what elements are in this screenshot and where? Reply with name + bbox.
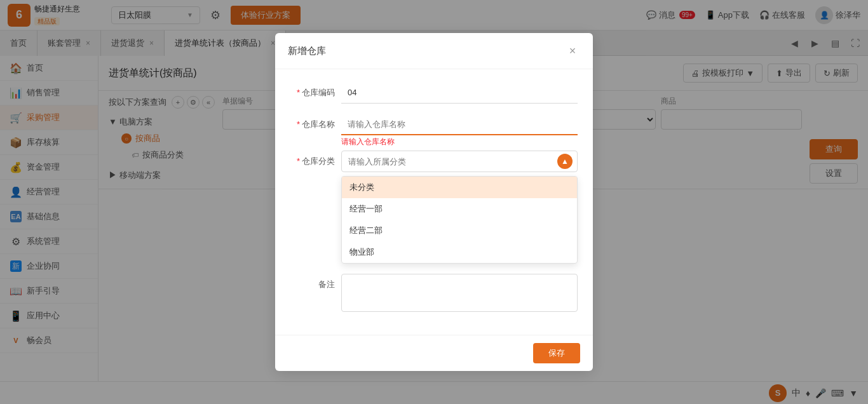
dropdown-item-property[interactable]: 物业部: [342, 241, 577, 263]
name-label: 仓库名称: [290, 114, 341, 130]
form-row-code: 仓库编码: [290, 82, 578, 104]
modal-header: 新增仓库 ×: [275, 33, 593, 69]
form-row-category: 仓库分类 ▲ 未分类 经营一部 经营二部: [290, 151, 578, 172]
dropdown-item-uncategorized[interactable]: 未分类: [342, 177, 577, 198]
modal-close-button[interactable]: ×: [565, 43, 580, 58]
modal-body: 仓库编码 仓库名称 请输入仓库名称 仓库分类 ▲: [275, 69, 593, 335]
name-input[interactable]: [341, 114, 578, 135]
new-warehouse-modal: 新增仓库 × 仓库编码 仓库名称 请输入仓库名称 仓库分类: [275, 33, 593, 371]
name-input-wrapper: 请输入仓库名称: [341, 114, 578, 135]
dropdown-item-ops2[interactable]: 经营二部: [342, 220, 577, 241]
modal-title: 新增仓库: [288, 45, 326, 57]
category-dropdown-list: 未分类 经营一部 经营二部 物业部: [341, 176, 578, 264]
category-select-wrapper: ▲ 未分类 经营一部 经营二部 物业部: [341, 151, 578, 172]
notes-textarea[interactable]: [341, 274, 578, 312]
form-row-name: 仓库名称 请输入仓库名称: [290, 114, 578, 135]
category-label: 仓库分类: [290, 151, 341, 167]
form-row-notes: 备注: [290, 274, 578, 312]
modal-footer: 保存: [275, 335, 593, 371]
category-dropdown-toggle[interactable]: ▲: [557, 154, 573, 169]
category-input[interactable]: [341, 151, 578, 172]
code-label: 仓库编码: [290, 82, 341, 98]
modal-overlay: 新增仓库 × 仓库编码 仓库名称 请输入仓库名称 仓库分类: [0, 0, 868, 404]
code-input[interactable]: [341, 82, 578, 104]
name-error-message: 请输入仓库名称: [341, 137, 395, 147]
dropdown-item-ops1[interactable]: 经营一部: [342, 198, 577, 220]
notes-label: 备注: [290, 274, 341, 290]
save-button[interactable]: 保存: [533, 343, 580, 363]
